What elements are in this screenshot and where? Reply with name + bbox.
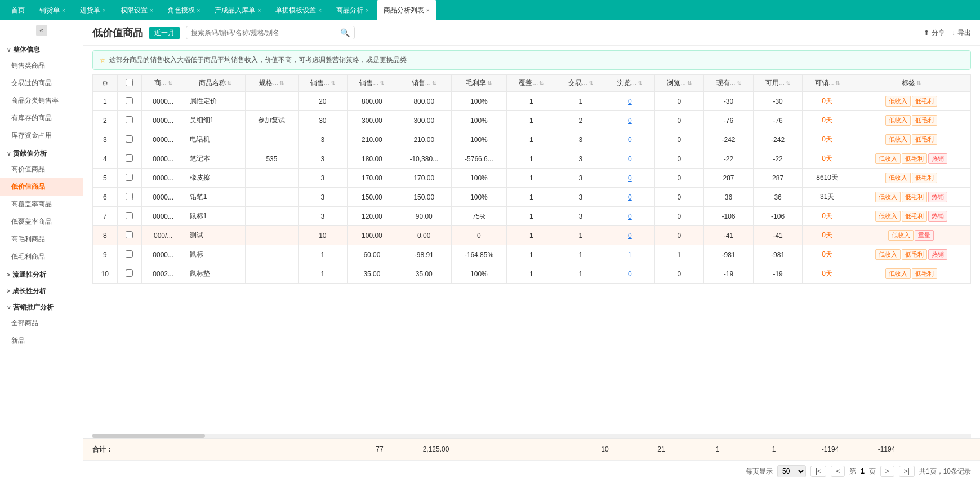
- last-page-btn[interactable]: >|: [899, 466, 915, 477]
- table-row[interactable]: 2 0000... 吴细细1 参加复试 30 300.00 300.00 100…: [93, 111, 971, 130]
- sidebar-section-liquidity[interactable]: > 流通性分析: [0, 266, 83, 282]
- cell-checkbox[interactable]: [117, 264, 141, 284]
- next-page-btn[interactable]: >: [880, 466, 894, 477]
- cell-checkbox[interactable]: [117, 111, 141, 130]
- col-code[interactable]: 商...⇅: [141, 75, 185, 92]
- sidebar-collapse-btn[interactable]: «: [36, 25, 47, 36]
- cell-avail: -242: [753, 130, 803, 149]
- cell-browse1[interactable]: 0: [605, 226, 655, 245]
- sidebar-item-high-value[interactable]: 高价值商品: [0, 161, 83, 178]
- time-filter-btn[interactable]: 近一月: [149, 27, 180, 39]
- prev-page-btn[interactable]: <: [831, 466, 845, 477]
- table-row[interactable]: 8 000/... 测试 10 100.00 0.00 0 1 1 0 0 -4…: [93, 226, 971, 245]
- table-row[interactable]: 5 0000... 橡皮擦 3 170.00 170.00 100% 1 3 0…: [93, 169, 971, 188]
- sidebar-item-low-margin[interactable]: 低毛利商品: [0, 248, 83, 266]
- cell-browse1[interactable]: 0: [605, 92, 655, 111]
- sidebar-section-contribution[interactable]: ∨ 贡献值分析: [0, 144, 83, 161]
- cell-checkbox[interactable]: [117, 169, 141, 188]
- table-row[interactable]: 6 0000... 铅笔1 3 150.00 150.00 100% 1 3 0…: [93, 188, 971, 207]
- col-name[interactable]: 商品名称⇅: [185, 75, 246, 92]
- cell-checkbox[interactable]: [117, 207, 141, 226]
- cell-browse1[interactable]: 1: [605, 245, 655, 264]
- col-sale-qty[interactable]: 销售...⇅: [298, 75, 348, 92]
- cell-browse1[interactable]: 0: [605, 130, 655, 149]
- table-row[interactable]: 10 0002... 鼠标垫 1 35.00 35.00 100% 1 1 0 …: [93, 264, 971, 284]
- col-sale-amount[interactable]: 销售...⇅: [348, 75, 397, 92]
- table-row[interactable]: 1 0000... 属性定价 20 800.00 800.00 100% 1 1…: [93, 92, 971, 111]
- col-coverage[interactable]: 覆盖...⇅: [506, 75, 556, 92]
- cell-browse1[interactable]: 0: [605, 169, 655, 188]
- table-row[interactable]: 4 0000... 笔记本 535 3 180.00 -10,380... -5…: [93, 149, 971, 169]
- sidebar-item-all-products[interactable]: 全部商品: [0, 315, 83, 332]
- col-browse2[interactable]: 浏览...⇅: [654, 75, 704, 92]
- sidebar-item-high-margin[interactable]: 高毛利商品: [0, 231, 83, 248]
- col-gear[interactable]: ⚙: [93, 75, 118, 92]
- sidebar-item-low-coverage[interactable]: 低覆盖率商品: [0, 213, 83, 231]
- col-trade[interactable]: 交易...⇅: [556, 75, 605, 92]
- nav-home[interactable]: 首页: [5, 0, 32, 20]
- table-row[interactable]: 7 0000... 鼠标1 3 120.00 90.00 75% 1 3 0 0…: [93, 207, 971, 226]
- cell-checkbox[interactable]: [117, 149, 141, 169]
- col-sellable[interactable]: 可销...⇅: [803, 75, 852, 92]
- table-row[interactable]: 9 0000... 鼠标 1 60.00 -98.91 -164.85% 1 1…: [93, 245, 971, 264]
- nav-finished-goods[interactable]: 产成品入库单 ×: [208, 0, 268, 20]
- close-icon[interactable]: ×: [103, 7, 106, 14]
- sidebar-item-stocked-products[interactable]: 有库存的商品: [0, 109, 83, 127]
- close-icon[interactable]: ×: [62, 7, 65, 14]
- sidebar-item-low-value[interactable]: 低价值商品: [0, 178, 83, 196]
- cell-checkbox[interactable]: [117, 226, 141, 245]
- col-tags[interactable]: 标签⇅: [852, 75, 970, 92]
- close-icon[interactable]: ×: [197, 7, 201, 14]
- cell-browse1[interactable]: 0: [605, 111, 655, 130]
- cell-name: 属性定价: [185, 92, 246, 111]
- cell-checkbox[interactable]: [117, 188, 141, 207]
- sidebar-item-inventory-capital[interactable]: 库存资金占用: [0, 127, 83, 144]
- close-icon[interactable]: ×: [150, 7, 153, 14]
- nav-product-analysis[interactable]: 商品分析 ×: [329, 0, 376, 20]
- sidebar-item-sales-products[interactable]: 销售类商品: [0, 57, 83, 74]
- sidebar-section-overview[interactable]: ∨ 整体信息: [0, 41, 83, 57]
- col-spec[interactable]: 规格...⇅: [246, 75, 298, 92]
- search-input[interactable]: [191, 29, 338, 37]
- sidebar-section-marketing[interactable]: ∨ 营销推广分析: [0, 298, 83, 315]
- first-page-btn[interactable]: |<: [810, 466, 826, 477]
- horizontal-scrollbar[interactable]: [92, 434, 971, 438]
- export-btn[interactable]: ↓ 导出: [952, 28, 971, 38]
- nav-purchase-order[interactable]: 进货单 ×: [73, 0, 113, 20]
- cell-browse1[interactable]: 0: [605, 188, 655, 207]
- cell-gross: 100%: [451, 264, 506, 284]
- cell-gross: -164.85%: [451, 245, 506, 264]
- cell-checkbox[interactable]: [117, 130, 141, 149]
- col-gross-margin[interactable]: 毛利率⇅: [451, 75, 506, 92]
- cell-checkbox[interactable]: [117, 245, 141, 264]
- sidebar-item-new-products[interactable]: 新品: [0, 332, 83, 350]
- close-icon[interactable]: ×: [257, 7, 261, 14]
- col-sale-profit[interactable]: 销售...⇅: [397, 75, 451, 92]
- col-browse1[interactable]: 浏览...⇅: [605, 75, 655, 92]
- nav-product-analysis-list[interactable]: 商品分析列表 ×: [377, 0, 436, 20]
- close-icon[interactable]: ×: [366, 7, 369, 14]
- nav-sales-order[interactable]: 销货单 ×: [33, 0, 72, 20]
- col-available[interactable]: 可用...⇅: [753, 75, 803, 92]
- cell-coverage: 1: [506, 149, 556, 169]
- nav-template-settings[interactable]: 单据模板设置 ×: [269, 0, 328, 20]
- page-size-select[interactable]: 50 100 200: [777, 465, 806, 477]
- search-icon[interactable]: 🔍: [340, 28, 350, 37]
- col-stock[interactable]: 现有...⇅: [704, 75, 754, 92]
- nav-permissions[interactable]: 权限设置 ×: [114, 0, 160, 20]
- col-checkbox[interactable]: [117, 75, 141, 92]
- nav-role-auth[interactable]: 角色授权 ×: [161, 0, 207, 20]
- cell-browse1[interactable]: 0: [605, 149, 655, 169]
- cell-browse1[interactable]: 0: [605, 207, 655, 226]
- cell-browse1[interactable]: 0: [605, 264, 655, 284]
- sidebar-item-traded-products[interactable]: 交易过的商品: [0, 74, 83, 92]
- close-icon[interactable]: ×: [426, 7, 430, 14]
- share-btn[interactable]: ⬆ 分享: [924, 28, 945, 38]
- table-row[interactable]: 3 0000... 电话机 3 210.00 210.00 100% 1 3 0…: [93, 130, 971, 149]
- close-icon[interactable]: ×: [318, 7, 322, 14]
- sidebar-section-growth[interactable]: > 成长性分析: [0, 282, 83, 298]
- cell-index: 8: [93, 226, 118, 245]
- cell-checkbox[interactable]: [117, 92, 141, 111]
- sidebar-item-category-sales[interactable]: 商品分类销售率: [0, 92, 83, 109]
- sidebar-item-high-coverage[interactable]: 高覆盖率商品: [0, 196, 83, 213]
